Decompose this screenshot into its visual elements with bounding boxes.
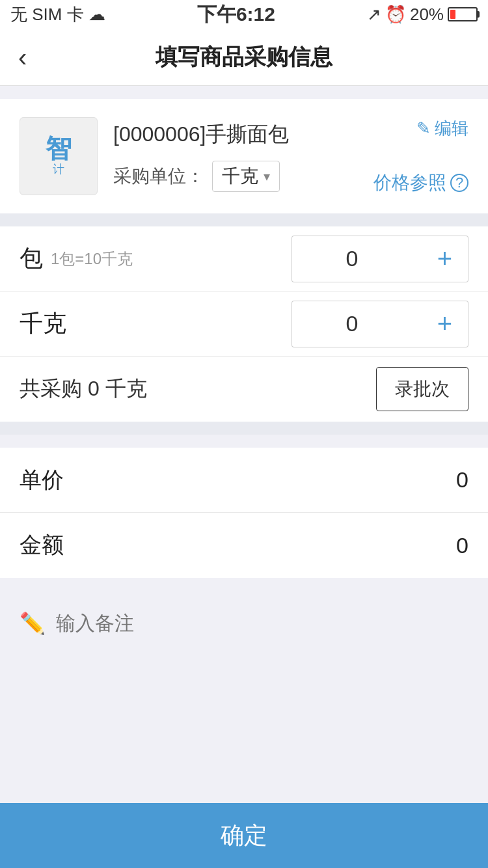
content-spacer — [0, 656, 488, 803]
notes-section: ✏️ — [0, 591, 488, 656]
kg-quantity-input[interactable] — [291, 301, 422, 347]
bao-label: 包 — [20, 243, 43, 275]
price-ref-button[interactable]: 价格参照 ? — [373, 170, 468, 195]
total-label: 共采购 0 千克 — [20, 375, 147, 403]
bao-quantity-input[interactable] — [291, 236, 422, 282]
battery-percent: 20% — [410, 5, 444, 25]
kg-input-row: 千克 + — [0, 292, 488, 357]
product-card: 智 计 [0000006]手撕面包 采购单位： 千克 ▾ ✎ 编辑 价格参照 ? — [0, 99, 488, 213]
nav-bar: ‹ 填写商品采购信息 — [0, 29, 488, 86]
kg-plus-button[interactable]: + — [422, 301, 468, 347]
product-name: [0000006]手撕面包 — [113, 120, 468, 149]
edit-icon: ✎ — [416, 118, 431, 139]
status-right: ↗ ⏰ 20% — [367, 5, 478, 25]
section-divider-2 — [0, 422, 488, 435]
amount-label: 金额 — [20, 530, 64, 560]
product-logo-line2: 计 — [46, 161, 72, 177]
amount-row: 金额 0 — [0, 513, 488, 578]
price-ref-label: 价格参照 — [373, 170, 446, 195]
location-icon: ↗ — [367, 5, 381, 25]
bao-label-group: 包 1包=10千克 — [20, 243, 163, 275]
price-ref-help-icon: ? — [450, 174, 468, 192]
back-button[interactable]: ‹ — [18, 44, 27, 70]
product-image: 智 计 — [20, 117, 98, 195]
kg-input-right: + — [291, 301, 468, 347]
pencil-icon: ✏️ — [20, 611, 46, 636]
total-row: 共采购 0 千克 录批次 — [0, 357, 488, 422]
status-left: 无 SIM 卡 ☁ — [10, 3, 105, 26]
kg-label: 千克 — [20, 308, 66, 340]
bao-input-row: 包 1包=10千克 + — [0, 226, 488, 292]
bao-plus-button[interactable]: + — [422, 236, 468, 282]
record-batch-button[interactable]: 录批次 — [376, 367, 468, 411]
battery-icon — [448, 7, 478, 21]
edit-button[interactable]: ✎ 编辑 — [416, 117, 468, 140]
section-divider-1 — [0, 213, 488, 226]
amount-value: 0 — [456, 533, 468, 558]
input-section: 包 1包=10千克 + 千克 + — [0, 226, 488, 357]
unit-value: 千克 — [222, 164, 258, 189]
sim-status: 无 SIM 卡 ☁ — [10, 3, 105, 26]
bao-sub-label: 1包=10千克 — [51, 249, 133, 269]
confirm-button[interactable]: 确定 — [0, 803, 488, 868]
unit-price-value: 0 — [456, 467, 468, 493]
product-logo-line1: 智 — [46, 135, 72, 161]
kg-label-group: 千克 — [20, 308, 163, 340]
unit-price-label: 单价 — [20, 465, 64, 495]
status-time: 下午6:12 — [197, 1, 275, 28]
alarm-icon: ⏰ — [385, 5, 406, 25]
notes-input[interactable] — [56, 612, 468, 634]
price-section: 单价 0 金额 0 — [0, 448, 488, 578]
bao-input-right: + — [291, 236, 468, 282]
unit-selector[interactable]: 千克 ▾ — [212, 161, 280, 192]
unit-price-row: 单价 0 — [0, 448, 488, 513]
status-bar: 无 SIM 卡 ☁ 下午6:12 ↗ ⏰ 20% — [0, 0, 488, 29]
unit-label: 采购单位： — [113, 164, 204, 189]
unit-arrow-icon: ▾ — [264, 169, 270, 184]
edit-label: 编辑 — [435, 117, 468, 140]
page-title: 填写商品采购信息 — [156, 42, 332, 72]
